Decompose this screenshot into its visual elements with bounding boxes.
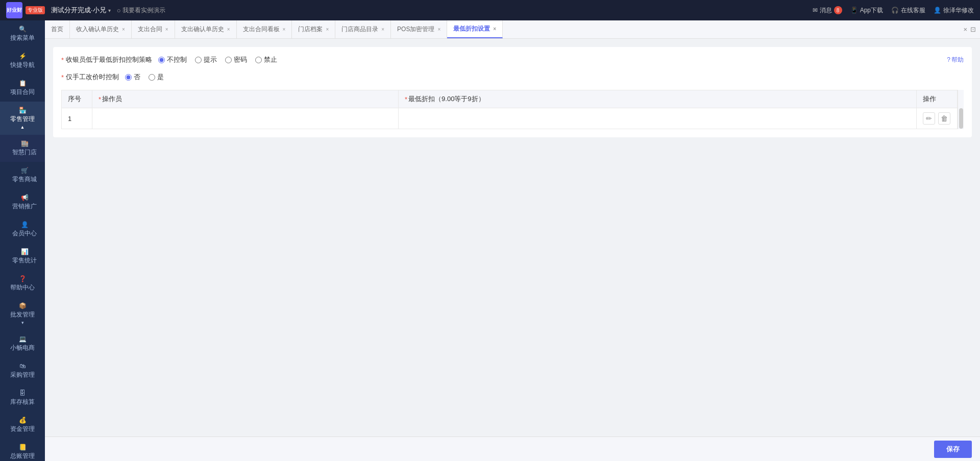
tab-pos-encrypt-close[interactable]: × (437, 27, 440, 32)
tab-min-discount-close[interactable]: × (493, 26, 496, 32)
tab-store-file[interactable]: 门店档案 × (292, 20, 335, 38)
form-row-manual-price: * 仅手工改价时控制 否 是 (61, 72, 964, 82)
sidebar-label-inventory: 库存核算 (10, 398, 35, 406)
help-icon: ❓ (19, 275, 27, 282)
tab-store-product-close[interactable]: × (381, 27, 384, 32)
td-seq: 1 (62, 108, 92, 129)
tab-store-file-label: 门店档案 (298, 25, 323, 34)
sidebar-item-help[interactable]: ❓ 帮助中心 (0, 270, 45, 297)
sidebar-label-purchase: 采购管理 (10, 371, 35, 379)
th-min-discount: * 最低折扣（9.00等于9折） (399, 90, 917, 108)
tab-payment-contract-board-close[interactable]: × (283, 27, 286, 32)
right-panel: 首页 收入确认单历史 × 支出合同 × 支出确认单历史 × 支出合同看板 × 门… (45, 20, 980, 461)
sidebar-item-accounting[interactable]: 📒 总账管理 (0, 439, 45, 461)
online-service-item[interactable]: 🎧 在线客服 (891, 6, 925, 15)
main-card: * 收银员低于最低折扣控制策略 不控制 提示 (53, 47, 972, 137)
table-header-row: 序号 * 操作员 * (62, 90, 964, 108)
sidebar-label-ecommerce: 小畅电商 (10, 344, 35, 352)
manual-price-radio-group: 否 是 (125, 72, 164, 82)
help-label: 帮助 (951, 56, 964, 64)
finance-icon: 💰 (19, 417, 27, 424)
tab-store-product-label: 门店商品目录 (341, 25, 378, 34)
radio-yes[interactable]: 是 (149, 72, 164, 82)
quicknav-icon: ⚡ (19, 53, 27, 60)
table-row: 1 ✏ 🗑 (62, 108, 964, 129)
tab-payment-contract-board[interactable]: 支出合同看板 × (237, 20, 292, 38)
sidebar-item-retail[interactable]: 🏪 零售管理 ▲ (0, 102, 45, 135)
tab-store-file-close[interactable]: × (326, 27, 329, 32)
headset-icon: 🎧 (891, 7, 899, 14)
edit-button[interactable]: ✏ (923, 112, 935, 125)
sidebar-label-member: 会员中心 (12, 229, 37, 238)
tab-store-product[interactable]: 门店商品目录 × (335, 20, 391, 38)
sidebar-item-purchase[interactable]: 🛍 采购管理 (0, 357, 45, 384)
sidebar-label-smart-store: 智慧门店 (12, 148, 37, 157)
sidebar-item-ecommerce[interactable]: 💻 小畅电商 (0, 330, 45, 357)
project-selector[interactable]: 测试分开完成·小兄 ▾ (51, 6, 111, 15)
online-service-label: 在线客服 (901, 6, 925, 15)
td-min-discount[interactable] (399, 108, 917, 129)
sidebar-item-finance[interactable]: 💰 资金管理 (0, 411, 45, 439)
help-link[interactable]: ? 帮助 (947, 56, 964, 64)
messages-item[interactable]: ✉ 消息 8 (813, 6, 842, 15)
chevron-down-icon: ▾ (108, 8, 111, 13)
radio-no[interactable]: 否 (125, 72, 140, 82)
sidebar-item-marketing[interactable]: 📢 营销推广 (0, 189, 45, 216)
demo-link[interactable]: ○ 我要看实例演示 (117, 6, 166, 15)
inventory-icon: 🗄 (19, 390, 26, 397)
tab-income-history-label: 收入确认单历史 (76, 25, 119, 34)
sidebar-item-wholesale[interactable]: 📦 批发管理 ▾ (0, 297, 45, 330)
tab-payment-contract[interactable]: 支出合同 × (132, 20, 175, 38)
tab-pos-encrypt-label: POS加密管理 (397, 25, 434, 34)
tab-payment-contract-close[interactable]: × (165, 27, 168, 32)
sidebar-item-quicknav[interactable]: ⚡ 快捷导航 (0, 47, 45, 75)
retail-mall-icon: 🛒 (21, 167, 29, 174)
radio-remind[interactable]: 提示 (195, 55, 217, 64)
tab-expand-icon[interactable]: ⊡ (970, 26, 976, 33)
tab-min-discount[interactable]: 最低折扣设置 × (447, 20, 503, 38)
radio-password[interactable]: 密码 (225, 55, 247, 64)
tab-collapse-icon[interactable]: × (963, 26, 967, 33)
tab-payment-confirm-history[interactable]: 支出确认单历史 × (175, 20, 237, 38)
wholesale-arrow-icon: ▾ (21, 320, 24, 325)
app-download-item[interactable]: 📱 App下载 (850, 6, 883, 15)
member-icon: 👤 (21, 221, 29, 228)
sidebar-item-retail-mall[interactable]: 🛒 零售商城 (0, 162, 45, 189)
user-item[interactable]: 👤 徐泽华修改 (934, 6, 974, 15)
sidebar-item-project[interactable]: 📋 项目合同 (0, 75, 45, 102)
tab-payment-confirm-history-close[interactable]: × (227, 27, 230, 32)
tab-pos-encrypt[interactable]: POS加密管理 × (391, 20, 447, 38)
sidebar-item-inventory[interactable]: 🗄 库存核算 (0, 384, 45, 411)
question-icon: ? (947, 56, 950, 63)
sidebar-item-retail-stats[interactable]: 📊 零售统计 (0, 243, 45, 270)
app-download-label: App下载 (860, 6, 883, 15)
user-name: 徐泽华修改 (943, 6, 974, 15)
th-action: 操作 (917, 90, 958, 108)
tab-bar-actions: × ⊡ (959, 26, 980, 33)
delete-button[interactable]: 🗑 (938, 112, 950, 125)
smart-store-icon: 🏬 (21, 140, 29, 147)
logo-area: 好业财 专业版 (6, 2, 45, 18)
sidebar-item-member[interactable]: 👤 会员中心 (0, 216, 45, 243)
sidebar-item-search[interactable]: 🔍 搜索菜单 (0, 20, 45, 47)
radio-forbid[interactable]: 禁止 (255, 55, 277, 64)
bottom-bar: 保存 (45, 436, 980, 461)
save-button[interactable]: 保存 (934, 441, 972, 458)
radio-no-control[interactable]: 不控制 (158, 55, 187, 64)
sidebar-item-smart-store[interactable]: 🏬 智慧门店 (0, 135, 45, 162)
tab-home[interactable]: 首页 (45, 20, 70, 38)
discount-table: 序号 * 操作员 * (61, 90, 964, 129)
table-wrapper: 序号 * 操作员 * (61, 90, 964, 129)
scrollbar-thumb[interactable] (959, 108, 963, 129)
tab-payment-contract-board-label: 支出合同看板 (243, 25, 280, 34)
tab-income-history-close[interactable]: × (122, 27, 125, 32)
messages-label: 消息 (820, 6, 832, 15)
top-bar: 好业财 专业版 测试分开完成·小兄 ▾ ○ 我要看实例演示 ✉ 消息 8 📱 A… (0, 0, 980, 20)
tab-income-history[interactable]: 收入确认单历史 × (70, 20, 132, 38)
project-icon: 📋 (19, 80, 27, 87)
scrollbar-track[interactable] (958, 90, 964, 129)
th-operator: * 操作员 (92, 90, 399, 108)
sidebar-label-retail-stats: 零售统计 (12, 256, 37, 265)
td-operator[interactable] (92, 108, 399, 129)
user-avatar-icon: 👤 (934, 7, 941, 14)
